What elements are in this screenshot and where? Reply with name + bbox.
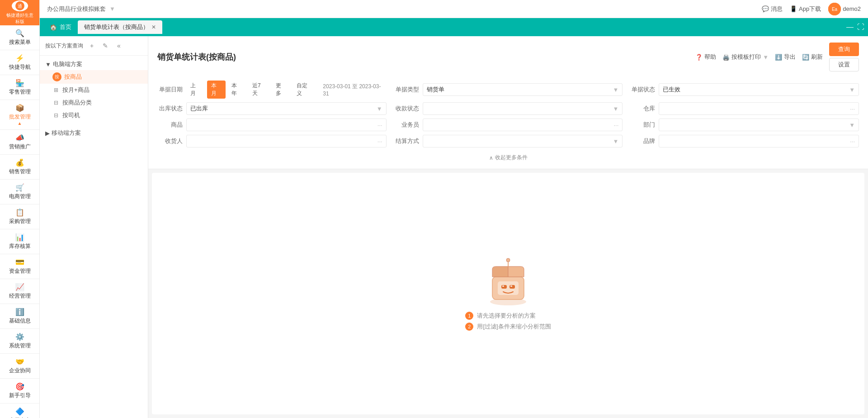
- date-tab-this-month[interactable]: 本月: [207, 81, 226, 99]
- user-menu[interactable]: Ea demo2: [828, 3, 861, 15]
- sidebar-item-operation[interactable]: 📈 经营管理: [0, 279, 39, 304]
- print-template-btn[interactable]: 🖨️ 按模板打印 ▼: [722, 53, 769, 61]
- scheme-group-expand-icon: ▼: [45, 61, 51, 68]
- svg-text:Ea: Ea: [832, 7, 838, 12]
- payment-select[interactable]: ▼: [423, 102, 623, 115]
- print-icon: 🖨️: [722, 54, 730, 61]
- enterprise-icon: 🤝: [15, 357, 24, 366]
- sidebar-item-enterprise[interactable]: 🤝 企业协同: [0, 354, 39, 379]
- scheme-sub-icon-3: ⊟: [52, 112, 60, 119]
- payment-method-select[interactable]: ▼: [423, 135, 623, 147]
- receiver-input[interactable]: ···: [186, 135, 387, 147]
- sidebar-item-system[interactable]: ⚙️ 系统管理: [0, 329, 39, 354]
- type-value: 销货单: [427, 86, 444, 94]
- step-num-2: 2: [465, 323, 473, 331]
- staff-input[interactable]: ···: [423, 119, 623, 131]
- sidebar: 通 畅捷通好生意 标版 🔍 搜索菜单 ⚡ 快捷导航 🏪 零售管理 📦 批发管理 …: [0, 0, 40, 418]
- sidebar-item-quick-nav[interactable]: ⚡ 快捷导航: [0, 50, 39, 75]
- minimize-icon[interactable]: —: [846, 23, 854, 31]
- scheme-sub-icon-2: ⊟: [52, 99, 60, 106]
- scheme-item-by-printer[interactable]: ⊟ 按司机: [40, 109, 148, 122]
- scheme-item-by-printer-label: 按司机: [62, 111, 80, 119]
- sidebar-item-basic[interactable]: ℹ️ 基础信息: [0, 304, 39, 329]
- sidebar-item-retail[interactable]: 🏪 零售管理: [0, 75, 39, 100]
- date-tab-last-month[interactable]: 上月: [186, 81, 205, 99]
- scheme-item-by-month-product[interactable]: ⊞ 按月+商品: [40, 84, 148, 96]
- workspace-selector[interactable]: 办公用品行业模拟账套 ▼: [47, 5, 115, 13]
- scheme-group-pc-title[interactable]: ▼ 电脑端方案: [40, 58, 148, 70]
- scheme-group-mobile-title[interactable]: ▶ 移动端方案: [40, 127, 148, 139]
- date-tab-this-year[interactable]: 本年: [227, 81, 246, 99]
- dept-filter: ▼: [659, 119, 859, 131]
- staff-label: 业务员: [390, 121, 419, 129]
- app-logo: 通 畅捷通好生意 标版: [0, 0, 40, 25]
- step-1: 1 请先选择要分析的方案: [465, 312, 551, 320]
- filter-row-2: 出库状态 已出库 ▼ 收款状态 ▼ 仓库: [157, 102, 859, 115]
- scheme-item-by-month-product-label: 按月+商品: [62, 86, 90, 94]
- product-input[interactable]: ···: [186, 119, 387, 131]
- sidebar-item-ecommerce[interactable]: 🛒 电商管理: [0, 180, 39, 204]
- date-tab-more[interactable]: 更多: [272, 81, 291, 99]
- tab-stats[interactable]: 销货单统计表（按商品） ✕: [78, 20, 162, 34]
- filter-row-1: 单据日期 上月 本月 本年 近7天 更多 自定义 2023-03-01 至 20…: [157, 81, 859, 99]
- scheme-item-by-product-label: 按商品: [64, 73, 82, 81]
- tab-home[interactable]: 🏠 首页: [43, 20, 78, 34]
- step-num-1: 1: [465, 312, 473, 320]
- date-tab-7days[interactable]: 近7天: [248, 81, 270, 99]
- sidebar-item-wholesale[interactable]: 📦 批发管理 ▲: [0, 100, 39, 130]
- tab-close-icon[interactable]: ✕: [151, 24, 156, 30]
- outstock-select[interactable]: 已出库 ▼: [186, 102, 387, 115]
- date-tab-custom[interactable]: 自定义: [292, 81, 316, 99]
- help-btn[interactable]: ❓ 帮助: [695, 53, 716, 61]
- sidebar-item-app-center[interactable]: 🔷 应用中心: [0, 404, 39, 418]
- collapse-panel-btn[interactable]: «: [114, 41, 124, 51]
- help-icon: ❓: [695, 54, 703, 61]
- scheme-item-by-product[interactable]: 按 按商品: [40, 70, 148, 84]
- sidebar-item-finance[interactable]: 💳 资金管理: [0, 254, 39, 279]
- query-button[interactable]: 查询: [829, 43, 859, 56]
- scheme-item-by-category[interactable]: ⊟ 按商品分类: [40, 96, 148, 109]
- status-value: 已生效: [663, 86, 680, 94]
- maximize-icon[interactable]: ⛶: [857, 23, 864, 31]
- collapse-filter-btn[interactable]: ∧ 收起更多条件: [157, 151, 859, 164]
- sidebar-item-purchase[interactable]: 📋 采购管理: [0, 204, 39, 229]
- app-center-icon: 🔷: [15, 407, 24, 416]
- brand-input[interactable]: ···: [659, 135, 859, 147]
- basic-icon: ℹ️: [15, 308, 24, 316]
- sidebar-item-inventory[interactable]: 📊 库存核算: [0, 229, 39, 254]
- message-btn[interactable]: 💬 消息: [762, 5, 783, 13]
- scheme-group-pc: ▼ 电脑端方案 按 按商品 ⊞ 按月+商品 ⊟ 按商品分类 ⊟ 按司机: [40, 56, 148, 124]
- status-select[interactable]: 已生效 ▼: [659, 83, 859, 96]
- filter-row-4: 收货人 ··· 结算方式 ▼ 品牌: [157, 135, 859, 147]
- export-btn[interactable]: ⬇️ 导出: [775, 53, 796, 61]
- workspace-dropdown-icon: ▼: [109, 5, 115, 12]
- sidebar-item-marketing[interactable]: 📣 营销推广: [0, 130, 39, 155]
- sidebar-item-sales[interactable]: 💰 销售管理: [0, 155, 39, 180]
- left-panel-header: 按以下方案查询 + ✎ «: [40, 36, 148, 56]
- svg-rect-8: [509, 285, 515, 289]
- quick-nav-icon: ⚡: [15, 54, 24, 62]
- settings-button[interactable]: 设置: [829, 58, 859, 71]
- app-download-btn[interactable]: 📱 App下载: [790, 5, 821, 13]
- scheme-group-mobile-label: 移动端方案: [52, 129, 81, 137]
- empty-illustration-svg: [479, 256, 538, 306]
- status-caret-icon: ▼: [849, 86, 855, 93]
- sidebar-item-guide[interactable]: 🎯 新手引导: [0, 379, 39, 404]
- sidebar-item-search-menu[interactable]: 🔍 搜索菜单: [0, 25, 39, 50]
- status-filter: 已生效 ▼: [659, 83, 859, 96]
- svg-rect-9: [502, 285, 504, 287]
- scheme-item-by-category-label: 按商品分类: [62, 99, 92, 107]
- sidebar-item-label: 销售管理: [9, 168, 31, 176]
- brand-dots-icon: ···: [850, 138, 855, 145]
- receiver-label: 收货人: [157, 137, 183, 145]
- dept-select[interactable]: ▼: [659, 119, 859, 131]
- export-icon: ⬇️: [775, 54, 782, 61]
- payment-method-filter: ▼: [423, 135, 623, 147]
- warehouse-input[interactable]: ···: [659, 102, 859, 115]
- add-scheme-btn[interactable]: +: [87, 41, 97, 51]
- refresh-btn[interactable]: 🔄 刷新: [802, 53, 823, 61]
- type-select[interactable]: 销货单 ▼: [423, 83, 623, 96]
- date-label: 单据日期: [157, 86, 183, 94]
- edit-scheme-btn[interactable]: ✎: [100, 41, 110, 51]
- wholesale-icon: 📦: [15, 104, 24, 112]
